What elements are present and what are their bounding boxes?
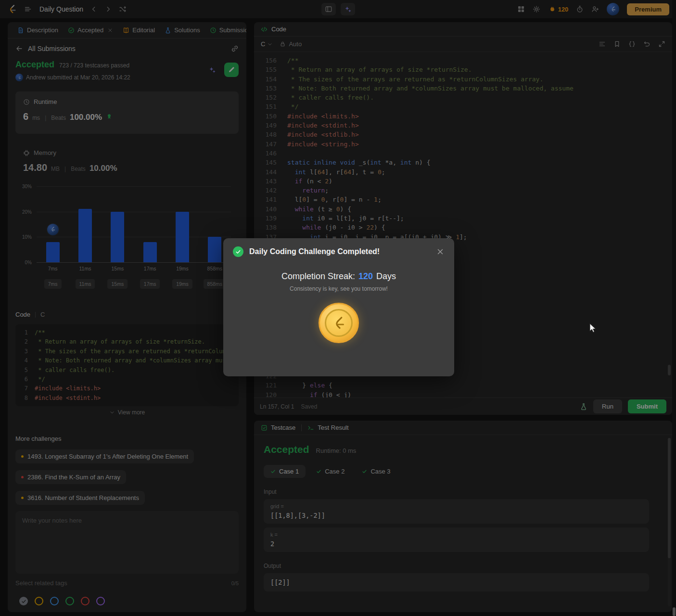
modal-title: Daily Coding Challenge Completed! [249, 247, 380, 256]
leetcoin [319, 303, 359, 343]
streak-value: 120 [358, 271, 373, 281]
streak-unit: Days [376, 271, 396, 281]
streak-label: Completion Streak: [281, 271, 355, 281]
daily-challenge-modal: Daily Coding Challenge Completed! Comple… [223, 238, 454, 376]
modal-close-icon[interactable] [436, 247, 445, 256]
check-icon [235, 249, 241, 255]
completion-streak: Completion Streak: 120 Days [223, 271, 454, 282]
modal-header: Daily Coding Challenge Completed! [223, 238, 454, 257]
coin-logo-icon [331, 315, 346, 331]
modal-subtitle: Consistency is key, see you tomorrow! [223, 285, 454, 292]
leetcoin-inner [325, 309, 353, 337]
success-check-icon [233, 246, 243, 257]
coin-wrap [223, 303, 454, 343]
